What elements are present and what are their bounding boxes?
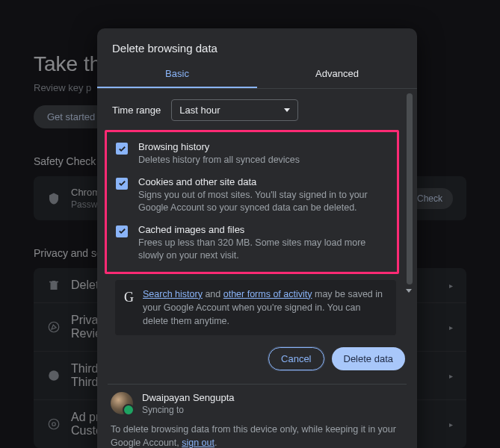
avatar xyxy=(111,392,133,414)
option-desc: Deletes history from all synced devices xyxy=(138,154,300,167)
option-desc: Signs you out of most sites. You'll stay… xyxy=(138,189,388,215)
time-range-select[interactable]: Last hour xyxy=(171,99,298,121)
dialog-tabs: Basic Advanced xyxy=(97,60,417,89)
checkbox-cached[interactable] xyxy=(116,225,128,237)
search-history-info: G Search history and other forms of acti… xyxy=(115,280,396,335)
svg-point-1 xyxy=(49,370,59,381)
option-title: Cached images and files xyxy=(138,224,388,235)
time-range-label: Time range xyxy=(112,105,161,116)
option-cookies: Cookies and other site data Signs you ou… xyxy=(110,172,394,220)
chevron-down-icon xyxy=(284,108,290,112)
chevron-right-icon: ▸ xyxy=(449,281,453,290)
svg-point-3 xyxy=(52,423,56,426)
scroll-down-icon[interactable] xyxy=(406,289,412,293)
svg-point-2 xyxy=(49,419,59,429)
tab-advanced[interactable]: Advanced xyxy=(257,60,417,88)
cancel-button[interactable]: Cancel xyxy=(268,347,324,370)
checkbox-browsing-history[interactable] xyxy=(116,143,128,155)
account-row: Dwaipayan Sengupta Syncing to xyxy=(111,392,404,415)
svg-point-0 xyxy=(49,322,59,332)
sign-out-link[interactable]: sign out xyxy=(182,438,214,448)
highlighted-options: Browsing history Deletes history from al… xyxy=(105,130,399,274)
chevron-right-icon: ▸ xyxy=(449,372,453,380)
tab-basic[interactable]: Basic xyxy=(97,60,257,88)
signout-note: To delete browsing data from this device… xyxy=(111,423,404,448)
dialog-scroll-area: Time range Last hour Browsing history De… xyxy=(97,89,414,335)
sync-status: Syncing to xyxy=(142,405,235,415)
search-history-link[interactable]: Search history xyxy=(143,289,203,299)
check-icon xyxy=(118,227,126,235)
trash-icon xyxy=(47,279,61,292)
time-range-value: Last hour xyxy=(179,105,220,116)
option-desc: Frees up less than 320 MB. Some sites ma… xyxy=(138,237,388,263)
user-name: Dwaipayan Sengupta xyxy=(142,392,235,403)
divider xyxy=(108,384,407,385)
cookie-icon xyxy=(47,369,61,382)
ad-privacy-icon xyxy=(47,417,61,431)
time-range-row: Time range Last hour xyxy=(97,89,407,128)
google-g-icon: G xyxy=(124,287,134,304)
other-activity-link[interactable]: other forms of activity xyxy=(223,289,312,299)
option-title: Cookies and other site data xyxy=(138,176,388,187)
delete-data-button[interactable]: Delete data xyxy=(332,347,406,370)
chevron-right-icon: ▸ xyxy=(449,323,453,332)
compass-icon xyxy=(47,320,61,334)
checkbox-cookies[interactable] xyxy=(116,178,128,190)
scrollbar[interactable] xyxy=(407,93,413,284)
shield-icon xyxy=(47,192,61,205)
check-icon xyxy=(118,145,126,153)
option-browsing-history: Browsing history Deletes history from al… xyxy=(110,137,394,172)
option-cached: Cached images and files Frees up less th… xyxy=(110,220,394,267)
dialog-buttons: Cancel Delete data xyxy=(97,338,417,381)
delete-browsing-data-dialog: Delete browsing data Basic Advanced Time… xyxy=(97,28,417,448)
check-icon xyxy=(118,179,126,187)
option-title: Browsing history xyxy=(138,141,300,152)
chevron-right-icon: ▸ xyxy=(449,420,453,429)
dialog-title: Delete browsing data xyxy=(97,28,417,60)
